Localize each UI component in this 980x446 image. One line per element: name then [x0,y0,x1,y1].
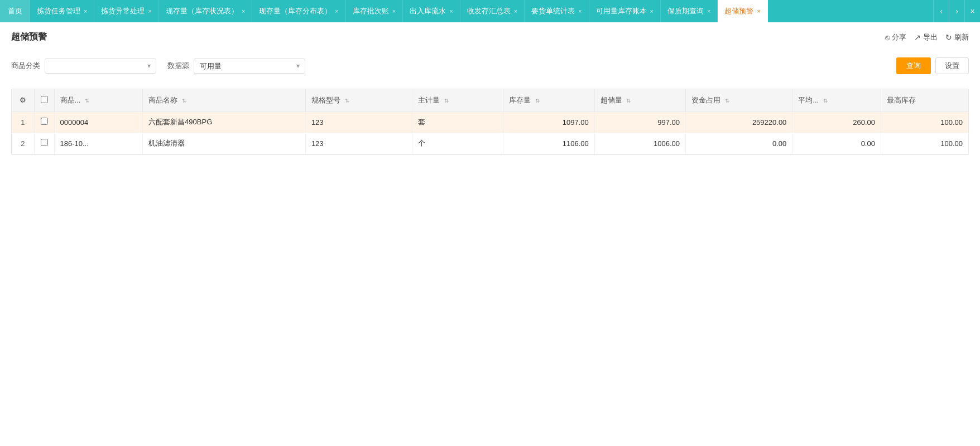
tab-close-4[interactable]: × [335,8,338,14]
cell-checkbox-1[interactable] [34,133,54,154]
refresh-icon: ↻ [945,33,952,42]
th-name: 商品名称 ⇅ [143,89,306,112]
datasource-filter-group: 数据源 可用量 库存量 [167,59,305,74]
tab-close-2[interactable]: × [148,8,151,14]
tab-pijian-task[interactable]: 拣货任务管理 × [30,0,94,22]
cell-name-0: 六配套新昌490BPG [143,112,306,133]
settings-button[interactable]: 设置 [935,57,969,74]
th-spec-label: 规格型号 [311,96,340,104]
th-name-label: 商品名称 [148,96,177,104]
tab-order-stats[interactable]: 要货单统计表 × [525,0,589,22]
th-overstock-label: 超储量 [601,96,622,104]
category-label: 商品分类 [11,61,40,71]
sort-spec-icon[interactable]: ⇅ [345,98,349,104]
row-checkbox-0[interactable] [41,118,48,125]
tab-batch-account[interactable]: 库存批次账 × [346,0,403,22]
th-spec: 规格型号 ⇅ [305,89,412,112]
category-select[interactable] [45,59,156,74]
tab-close-5[interactable]: × [392,8,396,14]
datasource-label: 数据源 [167,61,189,71]
query-button[interactable]: 查询 [896,57,931,74]
th-gear[interactable]: ⚙ [12,89,34,112]
nav-arrow-close[interactable]: × [964,0,980,22]
table-row: 2 186-10... 机油滤清器 123 个 1106.00 1006.00 … [12,133,968,154]
tab-close-7[interactable]: × [514,8,517,14]
th-capital: 资金占用 ⇅ [686,89,792,112]
nav-arrow-left[interactable]: ‹ [933,0,949,22]
tab-pijian-exception[interactable]: 拣货异常处理 × [94,0,158,22]
cell-checkbox-0[interactable] [34,112,54,133]
tab-inventory-status[interactable]: 现存量（库存状况表） × [159,0,252,22]
sort-overstock-icon[interactable]: ⇅ [626,98,631,104]
sort-stock-icon[interactable]: ⇅ [535,98,540,104]
data-table: ⚙ 商品... ⇅ 商品名称 ⇅ 规格型号 ⇅ [11,89,969,155]
share-icon: ⎋ [885,33,890,42]
cell-unit-1: 个 [412,133,503,154]
cell-capital-1: 0.00 [686,133,792,154]
th-overstock: 超储量 ⇅ [594,89,685,112]
table-row: 1 0000004 六配套新昌490BPG 123 套 1097.00 997.… [12,112,968,133]
cell-avg-0: 260.00 [792,112,881,133]
cell-num-0: 1 [12,112,34,133]
cell-num-1: 2 [12,133,34,154]
th-unit-label: 主计量 [418,96,440,104]
nav-arrow-right[interactable]: › [949,0,964,22]
category-select-wrapper [45,59,156,74]
cell-stock-1: 1106.00 [503,133,594,154]
tab-inout-flow[interactable]: 出入库流水 × [403,0,460,22]
tab-close-10[interactable]: × [707,8,710,14]
nav-arrows: ‹ › × [933,0,980,22]
tab-close-8[interactable]: × [578,8,582,14]
header-actions: ⎋ 分享 ↗ 导出 ↻ 刷新 [885,32,969,42]
page-header: 超储预警 ⎋ 分享 ↗ 导出 ↻ 刷新 [11,31,969,43]
tab-overstock-warning[interactable]: 超储预警 × [718,0,767,22]
tab-close-1[interactable]: × [84,8,87,14]
tab-close-11[interactable]: × [757,8,760,14]
th-maxstock: 最高库存 [881,89,968,112]
cell-overstock-0: 997.00 [594,112,685,133]
cell-maxstock-1: 100.00 [881,133,968,154]
tab-close-9[interactable]: × [650,8,654,14]
tab-inventory-dist[interactable]: 现存量（库存分布表） × [252,0,345,22]
tab-quality-query[interactable]: 保质期查询 × [661,0,718,22]
cell-unit-0: 套 [412,112,503,133]
tab-close-3[interactable]: × [242,8,245,14]
th-avg: 平均... ⇅ [792,89,881,112]
cell-spec-0: 123 [305,112,412,133]
th-checkbox[interactable] [34,89,54,112]
nav-home[interactable]: 首页 [0,0,30,22]
th-avg-label: 平均... [798,96,819,104]
cell-avg-1: 0.00 [792,133,881,154]
cell-name-1: 机油滤清器 [143,133,306,154]
cell-capital-0: 259220.00 [686,112,792,133]
cell-code-0: 0000004 [54,112,143,133]
cell-stock-0: 1097.00 [503,112,594,133]
th-stock-label: 库存量 [509,96,531,104]
tab-available-ledger[interactable]: 可用量库存账本 × [589,0,661,22]
datasource-select[interactable]: 可用量 库存量 [194,59,305,74]
sort-avg-icon[interactable]: ⇅ [823,98,828,104]
cell-maxstock-0: 100.00 [881,112,968,133]
top-nav: 首页 拣货任务管理 × 拣货异常处理 × 现存量（库存状况表） × 现存量（库存… [0,0,980,22]
th-maxstock-label: 最高库存 [887,96,916,104]
datasource-select-wrapper: 可用量 库存量 [194,59,305,74]
refresh-button[interactable]: ↻ 刷新 [945,32,969,42]
table-header-row: ⚙ 商品... ⇅ 商品名称 ⇅ 规格型号 ⇅ [12,89,968,112]
row-checkbox-1[interactable] [41,139,48,146]
sort-capital-icon[interactable]: ⇅ [725,98,729,104]
th-code-label: 商品... [60,96,81,104]
page-content: 超储预警 ⎋ 分享 ↗ 导出 ↻ 刷新 商品分类 [0,22,980,446]
sort-unit-icon[interactable]: ⇅ [444,98,449,104]
tab-collect-summary[interactable]: 收发存汇总表 × [460,0,525,22]
overstock-table: ⚙ 商品... ⇅ 商品名称 ⇅ 规格型号 ⇅ [12,89,968,154]
export-icon: ↗ [914,33,921,42]
share-button[interactable]: ⎋ 分享 [885,32,906,42]
export-button[interactable]: ↗ 导出 [914,32,938,42]
cell-code-1: 186-10... [54,133,143,154]
th-capital-label: 资金占用 [691,96,720,104]
th-code: 商品... ⇅ [54,89,143,112]
sort-name-icon[interactable]: ⇅ [182,98,186,104]
select-all-checkbox[interactable] [41,96,48,103]
tab-close-6[interactable]: × [449,8,453,14]
sort-code-icon[interactable]: ⇅ [85,98,89,104]
